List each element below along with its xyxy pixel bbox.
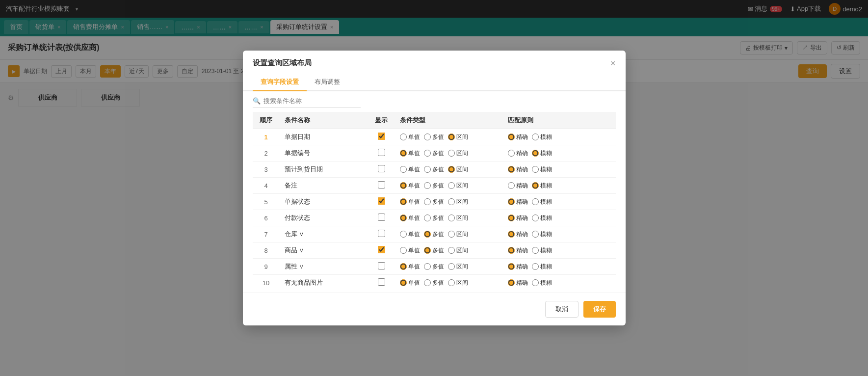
match-radio[interactable] <box>508 247 515 254</box>
type-radio[interactable] <box>424 198 431 205</box>
match-radio-label[interactable]: 模糊 <box>532 230 552 239</box>
type-radio-label[interactable]: 区间 <box>448 198 468 206</box>
save-button[interactable]: 保存 <box>583 301 616 318</box>
match-radio-label[interactable]: 模糊 <box>532 246 552 255</box>
display-checkbox[interactable] <box>378 262 385 269</box>
match-radio[interactable] <box>532 215 539 221</box>
type-radio-label[interactable]: 单值 <box>400 230 420 239</box>
type-radio[interactable] <box>400 247 407 254</box>
type-radio[interactable] <box>448 166 455 173</box>
type-radio[interactable] <box>424 150 431 157</box>
type-radio-label[interactable]: 多值 <box>424 246 444 255</box>
type-radio[interactable] <box>448 263 455 270</box>
type-radio-label[interactable]: 区间 <box>448 149 468 158</box>
type-radio[interactable] <box>448 279 455 286</box>
match-radio-label[interactable]: 精确 <box>508 165 528 174</box>
type-radio[interactable] <box>448 134 455 140</box>
match-radio[interactable] <box>508 231 515 238</box>
type-radio-label[interactable]: 多值 <box>424 198 444 206</box>
type-radio[interactable] <box>448 231 455 238</box>
match-radio[interactable] <box>508 198 515 205</box>
type-radio-label[interactable]: 单值 <box>400 198 420 206</box>
type-radio[interactable] <box>400 134 407 140</box>
type-radio-label[interactable]: 区间 <box>448 182 468 190</box>
type-radio[interactable] <box>400 150 407 157</box>
type-radio[interactable] <box>424 166 431 173</box>
modal-close-button[interactable]: × <box>610 59 616 68</box>
match-radio-label[interactable]: 模糊 <box>532 133 552 141</box>
type-radio[interactable] <box>448 198 455 205</box>
type-radio-label[interactable]: 单值 <box>400 214 420 222</box>
match-radio[interactable] <box>532 247 539 254</box>
match-radio-label[interactable]: 模糊 <box>532 214 552 222</box>
match-radio-label[interactable]: 精确 <box>508 279 528 287</box>
type-radio[interactable] <box>448 215 455 221</box>
match-radio-label[interactable]: 精确 <box>508 214 528 222</box>
match-radio-label[interactable]: 精确 <box>508 246 528 255</box>
type-radio[interactable] <box>424 215 431 221</box>
type-radio-label[interactable]: 区间 <box>448 214 468 222</box>
type-radio-label[interactable]: 多值 <box>424 182 444 190</box>
type-radio-label[interactable]: 单值 <box>400 149 420 158</box>
match-radio-label[interactable]: 模糊 <box>532 263 552 271</box>
cancel-button[interactable]: 取消 <box>545 301 579 318</box>
display-checkbox[interactable] <box>378 278 385 286</box>
display-checkbox[interactable] <box>378 197 385 205</box>
type-radio-label[interactable]: 区间 <box>448 230 468 239</box>
type-radio[interactable] <box>448 150 455 157</box>
type-radio[interactable] <box>424 134 431 140</box>
type-radio-label[interactable]: 单值 <box>400 133 420 141</box>
type-radio-label[interactable]: 多值 <box>424 279 444 287</box>
match-radio-label[interactable]: 精确 <box>508 149 528 158</box>
type-radio-label[interactable]: 多值 <box>424 133 444 141</box>
match-radio[interactable] <box>508 215 515 221</box>
type-radio[interactable] <box>424 263 431 270</box>
display-checkbox[interactable] <box>378 149 385 156</box>
type-radio-label[interactable]: 区间 <box>448 263 468 271</box>
type-radio[interactable] <box>448 182 455 189</box>
match-radio[interactable] <box>532 279 539 286</box>
type-radio[interactable] <box>400 279 407 286</box>
match-radio-label[interactable]: 精确 <box>508 198 528 206</box>
type-radio[interactable] <box>400 263 407 270</box>
type-radio-label[interactable]: 区间 <box>448 246 468 255</box>
display-checkbox[interactable] <box>378 214 385 221</box>
match-radio[interactable] <box>508 182 515 189</box>
match-radio[interactable] <box>532 182 539 189</box>
display-checkbox[interactable] <box>378 246 385 253</box>
type-radio-label[interactable]: 区间 <box>448 133 468 141</box>
type-radio[interactable] <box>400 182 407 189</box>
modal-tab-query-fields[interactable]: 查询字段设置 <box>253 74 307 91</box>
type-radio-label[interactable]: 多值 <box>424 214 444 222</box>
match-radio[interactable] <box>532 198 539 205</box>
match-radio-label[interactable]: 模糊 <box>532 198 552 206</box>
display-checkbox[interactable] <box>378 230 385 237</box>
type-radio[interactable] <box>400 215 407 221</box>
display-checkbox[interactable] <box>378 133 385 140</box>
search-input[interactable] <box>263 97 352 105</box>
type-radio[interactable] <box>400 231 407 238</box>
type-radio-label[interactable]: 多值 <box>424 149 444 158</box>
match-radio[interactable] <box>508 166 515 173</box>
type-radio[interactable] <box>424 279 431 286</box>
match-radio-label[interactable]: 模糊 <box>532 149 552 158</box>
type-radio-label[interactable]: 单值 <box>400 279 420 287</box>
type-radio[interactable] <box>424 182 431 189</box>
type-radio[interactable] <box>400 198 407 205</box>
type-radio-label[interactable]: 单值 <box>400 263 420 271</box>
type-radio-label[interactable]: 多值 <box>424 263 444 271</box>
type-radio-label[interactable]: 多值 <box>424 165 444 174</box>
type-radio-label[interactable]: 区间 <box>448 279 468 287</box>
match-radio-label[interactable]: 精确 <box>508 133 528 141</box>
match-radio[interactable] <box>508 134 515 140</box>
type-radio[interactable] <box>448 247 455 254</box>
match-radio[interactable] <box>508 279 515 286</box>
match-radio[interactable] <box>532 150 539 157</box>
match-radio[interactable] <box>508 150 515 157</box>
match-radio[interactable] <box>532 263 539 270</box>
match-radio-label[interactable]: 模糊 <box>532 182 552 190</box>
match-radio-label[interactable]: 模糊 <box>532 165 552 174</box>
type-radio[interactable] <box>424 231 431 238</box>
display-checkbox[interactable] <box>378 181 385 188</box>
display-checkbox[interactable] <box>378 165 385 172</box>
